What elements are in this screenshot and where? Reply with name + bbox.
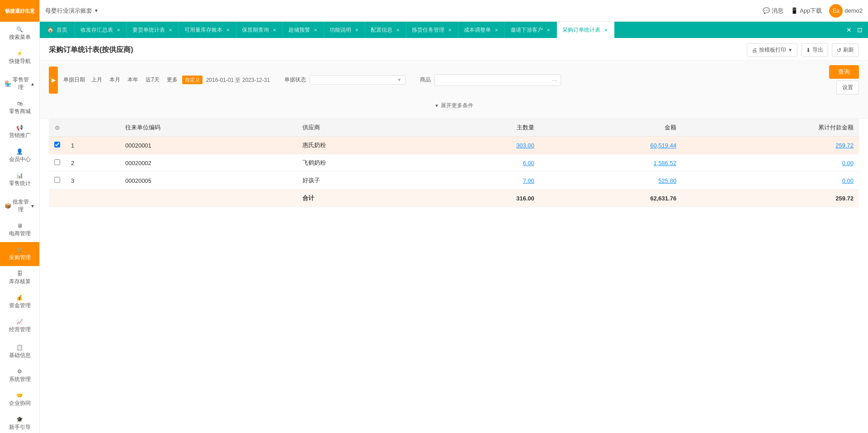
tab-stock-close[interactable]: ✕ — [225, 27, 231, 33]
tab-receive[interactable]: 收发存汇总表 ✕ — [75, 22, 127, 38]
row-main-qty[interactable]: 7.00 — [429, 172, 540, 190]
sidebar-item-wholesale[interactable]: 📦 批发管理 ▼ — [0, 194, 39, 218]
footer-empty2 — [66, 190, 120, 207]
date-shortcut-this-year[interactable]: 本年 — [125, 75, 141, 85]
row-paid-amount[interactable]: 0.00 — [682, 172, 859, 190]
date-shortcut-this-month[interactable]: 本月 — [107, 75, 123, 85]
sidebar-item-search[interactable]: 🔍 搜索菜单 — [0, 22, 39, 46]
tab-invite[interactable]: 邀请下游客户 ✕ — [505, 22, 557, 38]
print-template-button[interactable]: 🖨 按模板打印 ▼ — [747, 43, 797, 57]
user-menu[interactable]: Ea demo2 — [829, 4, 863, 18]
close-all-tabs-button[interactable]: ✕ — [844, 24, 854, 35]
table-row[interactable]: 2 00020002 飞鹤奶粉 6.00 1,586.52 0.00 — [49, 154, 859, 172]
row-supplier: 好孩子 — [297, 172, 429, 190]
tab-overstock-close[interactable]: ✕ — [313, 27, 318, 33]
tab-pick-task-close[interactable]: ✕ — [447, 27, 453, 33]
sidebar-item-retail-store[interactable]: 🛍 零售商城 — [0, 96, 39, 120]
restore-tab-button[interactable]: ⊡ — [855, 24, 864, 35]
amount-link[interactable]: 60,519.44 — [650, 142, 676, 149]
filter-collapse-button[interactable]: ▶ — [49, 67, 58, 94]
tab-home-label: 首页 — [57, 26, 67, 34]
query-button[interactable]: 查询 — [829, 65, 859, 79]
sidebar-item-marketing[interactable]: 📢 营销推广 — [0, 120, 39, 144]
sidebar-item-basic-info[interactable]: 📋 基础信息 — [0, 340, 39, 364]
row-main-qty[interactable]: 303.00 — [429, 137, 540, 154]
tab-cost-adj-close[interactable]: ✕ — [494, 27, 499, 33]
main-qty-link[interactable]: 7.00 — [523, 177, 534, 184]
tab-config[interactable]: 配置信息 ✕ — [365, 22, 406, 38]
tab-config-close[interactable]: ✕ — [395, 27, 401, 33]
expand-more-button[interactable]: ▼ 展开更多条件 — [434, 100, 473, 111]
sidebar-item-inventory[interactable]: 🗄 库存核算 — [0, 266, 39, 290]
sidebar-item-enterprise[interactable]: 🤝 企业协同 — [0, 388, 39, 412]
stat-icon: 📊 — [16, 172, 23, 179]
main-qty-link[interactable]: 6.00 — [523, 160, 534, 167]
tab-stock[interactable]: 可用量库存账本 ✕ — [179, 22, 236, 38]
goods-input[interactable]: ··· — [434, 74, 561, 86]
sidebar-item-purchase[interactable]: 🛒 采购管理 — [0, 242, 39, 266]
date-shortcut-last-month[interactable]: 上月 — [89, 75, 105, 85]
tab-requisition[interactable]: 要货单统计表 ✕ — [127, 22, 179, 38]
tab-purchase-stat-close[interactable]: ✕ — [603, 27, 609, 33]
row-amount[interactable]: 1,586.52 — [540, 154, 682, 172]
finance-icon: 💰 — [16, 295, 23, 301]
sidebar-item-system[interactable]: ⚙ 系统管理 — [0, 364, 39, 388]
row-main-qty[interactable]: 6.00 — [429, 154, 540, 172]
sidebar-item-member[interactable]: 👤 会员中心 — [0, 144, 39, 168]
tab-warranty-close[interactable]: ✕ — [272, 27, 277, 33]
sidebar-item-label: 零售统计 — [9, 180, 31, 187]
app-download-button[interactable]: 📱 App下载 — [791, 7, 822, 15]
table-row[interactable]: 1 00020001 惠氏奶粉 303.00 60,519.44 259.72 — [49, 137, 859, 154]
row-paid-amount[interactable]: 259.72 — [682, 137, 859, 154]
tab-receive-close[interactable]: ✕ — [116, 27, 121, 33]
main-qty-link[interactable]: 303.00 — [516, 142, 534, 149]
table-row[interactable]: 3 00020005 好孩子 7.00 525.80 0.00 — [49, 172, 859, 190]
sidebar-item-retail-stat[interactable]: 📊 零售统计 — [0, 168, 39, 192]
table-container: ⚙ 往来单位编码 供应商 主数量 金额 累计付款金额 — [40, 119, 868, 433]
date-shortcut-more[interactable]: 更多 — [164, 75, 180, 85]
amount-link[interactable]: 525.80 — [658, 177, 676, 184]
tab-requisition-close[interactable]: ✕ — [168, 27, 173, 33]
row-checkbox[interactable] — [49, 137, 66, 154]
column-settings-icon[interactable]: ⚙ — [55, 124, 60, 131]
date-filter-label: 单据日期 — [63, 76, 85, 84]
sidebar-item-operations[interactable]: 📈 经营管理 — [0, 314, 39, 338]
tab-invite-close[interactable]: ✕ — [546, 27, 551, 33]
status-select[interactable]: ▼ — [310, 75, 406, 85]
date-range-text: 2016-01-01 至 2023-12-31 — [206, 77, 270, 83]
paid-amount-link[interactable]: 0.00 — [842, 160, 854, 167]
settings-button[interactable]: 设置 — [836, 81, 859, 95]
tab-warranty[interactable]: 保质期查询 ✕ — [236, 22, 283, 38]
chevron-down-icon: ▼ — [94, 8, 99, 13]
tab-overstock[interactable]: 超储预警 ✕ — [283, 22, 324, 38]
row-checkbox[interactable] — [49, 154, 66, 172]
refresh-button[interactable]: ↺ 刷新 — [832, 43, 859, 57]
tab-function[interactable]: 功能说明 ✕ — [324, 22, 365, 38]
sidebar-item-ecommerce[interactable]: 🖥 电商管理 — [0, 218, 39, 242]
sidebar-item-label: 批发管理 — [12, 198, 29, 214]
system-icon: ⚙ — [17, 368, 22, 375]
tab-function-close[interactable]: ✕ — [354, 27, 359, 33]
message-button[interactable]: 💬 消息 — [763, 7, 783, 15]
amount-link[interactable]: 1,586.52 — [654, 160, 677, 167]
export-button[interactable]: ⬇ 导出 — [801, 43, 828, 57]
tab-home[interactable]: 🏠 首页 — [40, 22, 75, 38]
row-amount[interactable]: 525.80 — [540, 172, 682, 190]
sidebar-item-retail[interactable]: 🏪 零售管理 ▲ — [0, 71, 39, 96]
tab-cost-adj[interactable]: 成本调整单 ✕ — [458, 22, 505, 38]
industry-selector[interactable]: 母婴行业演示账套 ▼ — [45, 7, 99, 15]
date-custom-badge[interactable]: 自定义 — [182, 76, 203, 84]
sidebar-item-quicknav[interactable]: ⚡ 快捷导航 — [0, 46, 39, 70]
row-paid-amount[interactable]: 0.00 — [682, 154, 859, 172]
sidebar-item-finance[interactable]: 💰 资金管理 — [0, 290, 39, 314]
tab-purchase-stat[interactable]: 采购订单统计表 ✕ — [557, 22, 614, 38]
sidebar-item-newbie[interactable]: 🎓 新手引导 — [0, 412, 39, 433]
page-actions: 🖨 按模板打印 ▼ ⬇ 导出 ↺ 刷新 — [747, 43, 859, 57]
paid-amount-link[interactable]: 0.00 — [842, 177, 854, 184]
row-amount[interactable]: 60,519.44 — [540, 137, 682, 154]
row-checkbox[interactable] — [49, 172, 66, 190]
tab-pick-task[interactable]: 拣货任务管理 ✕ — [406, 22, 458, 38]
date-shortcut-7days[interactable]: 近7天 — [143, 75, 162, 85]
basic-info-icon: 📋 — [16, 344, 23, 351]
paid-amount-link[interactable]: 259.72 — [835, 142, 854, 149]
